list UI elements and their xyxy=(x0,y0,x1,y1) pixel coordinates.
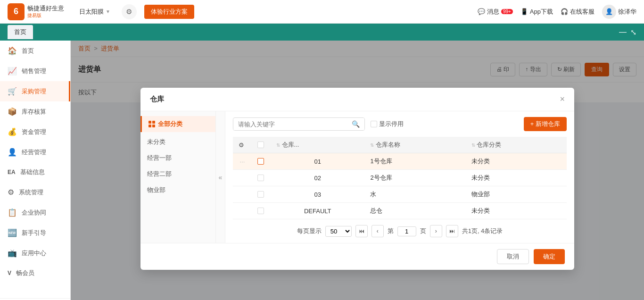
row-checkbox-3[interactable] xyxy=(252,203,271,219)
next-page-button[interactable]: › xyxy=(430,225,442,237)
sidebar-item-basic-info[interactable]: EA 基础信息 xyxy=(0,162,70,182)
sidebar-label-system: 系统管理 xyxy=(19,188,43,197)
table-row[interactable]: DEFAULT 总仓 未分类 xyxy=(233,203,567,219)
store-selector[interactable]: 日太阳膜 ▼ xyxy=(79,8,110,16)
modal-body: 全部分类 未分类 经营一部 经营二部 物业部 « 🔍 xyxy=(140,111,574,243)
purchase-icon: 🛒 xyxy=(8,87,17,96)
modal-title: 仓库 xyxy=(150,95,164,104)
th-checkbox xyxy=(252,137,271,153)
sidebar-label-operations: 经营管理 xyxy=(22,148,46,157)
row-checkbox-2[interactable] xyxy=(252,186,271,203)
notice-item[interactable]: 💬 消息 99+ xyxy=(478,8,513,16)
category-item-0[interactable]: 未分类 xyxy=(140,134,215,150)
page-label: 第 xyxy=(388,227,394,235)
online-service-item[interactable]: 🎧 在线客服 xyxy=(561,8,594,16)
table-row[interactable]: 03 水 物业部 xyxy=(233,186,567,203)
table-row[interactable]: ··· 01 1号仓库 未分类 xyxy=(233,153,567,170)
inventory-icon: 📦 xyxy=(8,107,17,116)
sort-icon-name: ⇅ xyxy=(370,142,374,148)
prev-page-button[interactable]: ‹ xyxy=(372,225,384,237)
category-item-1[interactable]: 经营一部 xyxy=(140,150,215,166)
page-input[interactable] xyxy=(397,226,416,236)
notice-label: 消息 xyxy=(487,8,499,16)
table-toolbar: 🔍 显示停用 + 新增仓库 xyxy=(233,117,567,131)
sidebar-label-member: 畅会员 xyxy=(16,269,34,277)
minimize-icon[interactable]: — xyxy=(619,28,627,37)
sidebar-item-purchase[interactable]: 🛒 采购管理 xyxy=(0,81,70,101)
th-category: ⇅ 仓库分类 xyxy=(466,137,567,153)
user-item[interactable]: 👤 徐泽华 xyxy=(602,5,636,19)
row-num-1: 02 xyxy=(271,170,364,186)
search-button[interactable]: 🔍 xyxy=(347,118,364,130)
sidebar-item-apps[interactable]: 📺 应用中心 xyxy=(0,243,70,263)
try-industry-button[interactable]: 体验行业方案 xyxy=(144,5,194,19)
search-box: 🔍 xyxy=(233,117,365,131)
add-warehouse-button[interactable]: + 新增仓库 xyxy=(524,117,567,131)
row-gear-1[interactable] xyxy=(233,170,252,186)
top-nav: 首页 — ⤡ xyxy=(0,24,644,41)
category-all[interactable]: 全部分类 xyxy=(140,116,215,132)
modal-header: 仓库 × xyxy=(140,88,574,111)
modal-close-icon[interactable]: × xyxy=(560,94,565,104)
sidebar-item-finance[interactable]: 💰 资金管理 xyxy=(0,122,70,142)
header: 6 畅捷通好生意 捷易版 日太阳膜 ▼ ⚙ 体验行业方案 💬 消息 99+ 📱 … xyxy=(0,0,644,24)
pagination: 每页显示 50 100 ⏮ ‹ 第 页 › ⏭ 共 xyxy=(233,219,567,237)
first-page-button[interactable]: ⏮ xyxy=(355,225,368,237)
app-download-item[interactable]: 📱 App下载 xyxy=(520,8,553,16)
sidebar-item-home[interactable]: 🏠 首页 xyxy=(0,41,70,61)
sidebar-label-apps: 应用中心 xyxy=(22,249,46,258)
category-item-3[interactable]: 物业部 xyxy=(140,182,215,198)
search-input[interactable] xyxy=(233,118,347,130)
row-gear-2[interactable] xyxy=(233,186,252,203)
table-header-row: ⚙ ⇅ 仓库... ⇅ 仓库名称 xyxy=(233,137,567,153)
sidebar-label-sales: 销售管理 xyxy=(22,67,46,75)
sidebar-item-inventory[interactable]: 📦 库存核算 xyxy=(0,101,70,122)
confirm-button[interactable]: 确定 xyxy=(534,249,565,264)
sidebar-item-enterprise[interactable]: 📋 企业协同 xyxy=(0,202,70,223)
category-item-2[interactable]: 经营二部 xyxy=(140,166,215,182)
page-suffix: 页 xyxy=(420,227,426,235)
table-row[interactable]: 02 2号仓库 未分类 xyxy=(233,170,567,186)
row-checkbox-0[interactable] xyxy=(252,153,271,170)
sort-icon-category: ⇅ xyxy=(471,142,475,148)
home-icon: 🏠 xyxy=(8,46,17,55)
cancel-button[interactable]: 取消 xyxy=(497,249,529,264)
tab-home[interactable]: 首页 xyxy=(8,25,33,39)
main-content: 首页 > 进货单 进货单 🖨 印 ↑ 导出 ↻ 刷新 查询 设置 按以下 仓库 xyxy=(71,41,644,300)
modal-footer: 取消 确定 xyxy=(140,243,574,270)
notice-icon: 💬 xyxy=(478,8,485,15)
last-page-button[interactable]: ⏭ xyxy=(446,225,458,237)
show-disabled-toggle[interactable]: 显示停用 xyxy=(371,120,404,128)
sidebar-label-finance: 资金管理 xyxy=(22,128,46,136)
row-checkbox-1[interactable] xyxy=(252,170,271,186)
per-page-select[interactable]: 50 100 xyxy=(325,226,352,237)
apps-icon: 📺 xyxy=(8,249,17,258)
sidebar-item-member[interactable]: V 畅会员 xyxy=(0,263,70,283)
show-disabled-checkbox[interactable] xyxy=(371,121,377,127)
top-nav-actions: — ⤡ xyxy=(619,28,636,37)
header-checkbox[interactable] xyxy=(257,142,264,148)
category-collapse-button[interactable]: « xyxy=(216,111,225,243)
sidebar-item-sales[interactable]: 📈 销售管理 xyxy=(0,61,70,81)
per-page-label: 每页显示 xyxy=(297,227,322,235)
sidebar-label-home: 首页 xyxy=(22,47,34,55)
store-name: 日太阳膜 xyxy=(79,8,104,16)
sidebar-item-system[interactable]: ⚙ 系统管理 xyxy=(0,182,70,202)
category-sidebar: 全部分类 未分类 经营一部 经营二部 物业部 xyxy=(140,111,216,243)
sidebar-item-operations[interactable]: 👤 经营管理 xyxy=(0,142,70,162)
enterprise-icon: 📋 xyxy=(8,208,17,217)
sidebar-bottom: ⚙ 🔊 xyxy=(0,298,70,300)
sort-icon-code: ⇅ xyxy=(276,142,280,148)
row-gear-0[interactable]: ··· xyxy=(233,153,252,170)
row-gear-3[interactable] xyxy=(233,203,252,219)
logo: 6 畅捷通好生意 捷易版 xyxy=(8,3,64,20)
maximize-icon[interactable]: ⤡ xyxy=(630,28,636,37)
row-category-0: 未分类 xyxy=(466,153,567,170)
row-num-0: 01 xyxy=(271,153,364,170)
row-category-3: 未分类 xyxy=(466,203,567,219)
sidebar-item-guide[interactable]: 🆕 新手引导 xyxy=(0,223,70,243)
settings-icon[interactable]: ⚙ xyxy=(122,4,137,19)
store-arrow-icon: ▼ xyxy=(106,9,110,14)
row-category-2: 物业部 xyxy=(466,186,567,203)
row-name-2: 水 xyxy=(364,186,465,203)
